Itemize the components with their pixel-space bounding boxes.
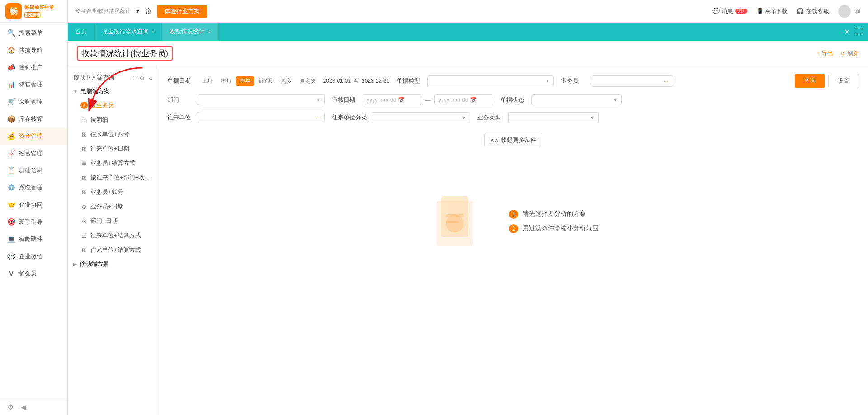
scheme-item-partner-dept[interactable]: ⊞ 按往来单位+部门+收... [68, 170, 158, 185]
sidebar-item-system[interactable]: ⚙️ 系统管理 [0, 179, 67, 196]
main-content: 收款情况统计(按业务员) ↑ 导出 ↺ 刷新 按以下方案查询 + ⚙ « [68, 41, 868, 415]
sidebar-item-operations[interactable]: 📈 经营管理 [0, 145, 67, 162]
panel-settings-icon[interactable]: ⚙ [139, 74, 145, 81]
filter-item-docstatus: 单据状态 ▾ [500, 94, 622, 105]
tab-bank-flow[interactable]: 现金银行流水查询 × [94, 23, 162, 41]
scheme-item-partner-date[interactable]: ⊞ 往来单位+日期 [68, 141, 158, 156]
date-tab-7days[interactable]: 近7天 [255, 76, 276, 86]
scheme-item-partner-account[interactable]: ⊞ 往来单位+账号 [68, 127, 158, 141]
sidebar-item-label: 库存核算 [19, 115, 42, 123]
salesman-more-dots[interactable]: ··· [664, 78, 669, 85]
collapse-button[interactable]: ∧∧ 收起更多条件 [484, 133, 542, 147]
settings-button[interactable]: 设置 [828, 74, 859, 88]
scheme-item-partner-calc2[interactable]: ⊞ 往来单位+结算方式 [68, 243, 158, 257]
filter-item-doctype: 单据类型 ▾ [396, 75, 554, 86]
scheme-item-by-detail[interactable]: ☰ 按明细 [68, 113, 158, 127]
query-button[interactable]: 查询 [795, 74, 825, 88]
scheme-item-salesman-calc[interactable]: ▦ 业务员+结算方式 [68, 156, 158, 170]
sidebar-collapse-icon[interactable]: ◀ [21, 403, 26, 411]
tab-home[interactable]: 首页 [68, 23, 94, 41]
message-icon: 💬 [712, 8, 720, 14]
dept-date-icon: ⊙ [80, 217, 88, 225]
review-date-end[interactable]: yyyy-mm-dd 📅 [434, 94, 493, 105]
filter-item-partner: 往来单位 ··· [167, 112, 325, 123]
desktop-scheme-toggle[interactable]: ▼ 电脑端方案 [68, 85, 158, 98]
scheme-item-partner-calc[interactable]: ☰ 往来单位+结算方式 [68, 228, 158, 243]
filter-row-2: 部门 ▾ 审核日期 yyyy-mm-dd 📅 — [167, 94, 859, 105]
sidebar-item-guide[interactable]: 🎯 新手引导 [0, 213, 67, 231]
export-button[interactable]: ↑ 导出 [817, 49, 834, 57]
sidebar-item-label: 经营管理 [19, 149, 42, 157]
user-profile[interactable]: Rit [838, 5, 861, 18]
app-download-btn[interactable]: 📱 App下载 [756, 7, 788, 15]
tab-close-all-icon[interactable]: ✕ [844, 28, 850, 36]
refresh-button[interactable]: ↺ 刷新 [840, 49, 859, 57]
biztype-select[interactable]: ▾ [508, 112, 599, 123]
sidebar-item-marketing[interactable]: 📣 营销推广 [0, 59, 67, 76]
sidebar-item-member[interactable]: V 畅会员 [0, 265, 67, 282]
review-date-start[interactable]: yyyy-mm-dd 📅 [363, 94, 421, 105]
sidebar-item-search[interactable]: 🔍 搜索菜单 [0, 24, 67, 42]
partner-select[interactable]: ··· [198, 112, 325, 123]
scheme-item-salesman-account[interactable]: ⊞ 业务员+账号 [68, 185, 158, 199]
mobile-scheme-toggle[interactable]: ▶ 移动端方案 [68, 257, 158, 271]
sidebar-item-wechat[interactable]: 💬 企业微信 [0, 248, 67, 265]
tab-receipt-stats[interactable]: 收款情况统计 × [162, 23, 218, 41]
partner-more-dots[interactable]: ··· [315, 114, 320, 121]
partner-date-icon: ⊞ [80, 145, 88, 152]
sidebar-item-smarthw[interactable]: 💻 智能硬件 [0, 231, 67, 248]
sidebar-item-sales[interactable]: 📊 销售管理 [0, 76, 67, 93]
tab-receipt-label: 收款情况统计 [170, 28, 205, 36]
sidebar-item-quicknav[interactable]: 🏠 快捷导航 [0, 42, 67, 59]
salesman-select[interactable]: ··· [592, 75, 673, 87]
sidebar-item-enterprise[interactable]: 🤝 企业协同 [0, 196, 67, 213]
empty-step-1: 1 请先选择要分析的方案 [509, 210, 599, 219]
sidebar-item-finance[interactable]: 💰 资金管理 [0, 127, 67, 145]
header-settings-icon[interactable]: ⚙ [145, 6, 152, 16]
filter-section: 单据日期 上月 本月 本年 近7天 更多 自定义 2023-01-01 至 [158, 66, 868, 158]
customer-service-btn[interactable]: 🎧 在线客服 [797, 7, 829, 15]
partner-dept-icon: ⊞ [80, 174, 88, 181]
date-tab-thismonth[interactable]: 本月 [217, 76, 235, 86]
sales-icon: 📊 [7, 80, 15, 89]
page-title: 收款情况统计(按业务员) [77, 46, 173, 61]
date-tab-more[interactable]: 更多 [277, 76, 295, 86]
tab-bank-flow-label: 现金银行流水查询 [102, 28, 149, 36]
tab-receipt-close[interactable]: × [208, 28, 211, 35]
doctype-select[interactable]: ▾ [427, 75, 554, 86]
date-tab-lastmonth[interactable]: 上月 [198, 76, 216, 86]
panel-header-label: 按以下方案查询 [73, 74, 114, 82]
doctype-chevron-icon: ▾ [546, 78, 549, 84]
docstatus-select[interactable]: ▾ [531, 94, 622, 105]
scheme-item-label: 按往来单位+部门+收... [90, 174, 149, 182]
scheme-item-salesman-date[interactable]: ⊙ 业务员+日期 [68, 199, 158, 214]
tab-bank-flow-close[interactable]: × [151, 28, 155, 35]
sidebar-item-inventory[interactable]: 📦 库存核算 [0, 110, 67, 127]
trial-button[interactable]: 体验行业方案 [157, 5, 207, 18]
message-btn[interactable]: 💬 消息 99+ [712, 7, 747, 15]
sidebar-item-baseinfo[interactable]: 📋 基础信息 [0, 162, 67, 179]
action-buttons: 查询 设置 [795, 74, 859, 88]
date-tab-custom[interactable]: 自定义 [296, 76, 320, 86]
scheme-item-dept-date[interactable]: ⊙ 部门+日期 [68, 214, 158, 228]
header-dropdown[interactable]: ▾ [136, 8, 139, 14]
date-tab-thisyear[interactable]: 本年 [236, 76, 254, 86]
scheme-item-by-salesman[interactable]: 人 按业务员 [68, 98, 158, 113]
panel-collapse-icon[interactable]: « [149, 74, 152, 81]
desktop-scheme-label: 电脑端方案 [80, 87, 110, 95]
scheme-item-label: 往来单位+日期 [90, 145, 129, 153]
partner-category-select[interactable]: ▾ [371, 112, 470, 123]
panel-add-icon[interactable]: + [132, 74, 136, 81]
desktop-scheme-group: ▼ 电脑端方案 人 按业务员 ☰ 按明细 ⊞ 往来单位+账号 ⊞ 往来单位+ [68, 85, 158, 257]
logo-info: 畅捷通好生意 标准版 [24, 4, 54, 18]
empty-svg-icon [428, 187, 482, 250]
app-icon: 📱 [756, 8, 764, 14]
filter-row-3: 往来单位 ··· 往来单位分类 ▾ 业务类型 [167, 112, 859, 123]
sidebar-settings-icon[interactable]: ⚙ [7, 403, 14, 411]
date-range-display: 2023-01-01 至 2023-12-31 [323, 77, 390, 85]
logo-name: 畅捷通好生意 [24, 4, 54, 11]
sidebar-item-purchase[interactable]: 🛒 采购管理 [0, 93, 67, 110]
tab-expand-icon[interactable]: ⛶ [855, 28, 863, 36]
sidebar: 畅 畅捷通好生意 标准版 🔍 搜索菜单 🏠 快捷导航 📣 营销推广 📊 销售管理… [0, 0, 68, 415]
dept-select[interactable]: ▾ [198, 94, 325, 105]
